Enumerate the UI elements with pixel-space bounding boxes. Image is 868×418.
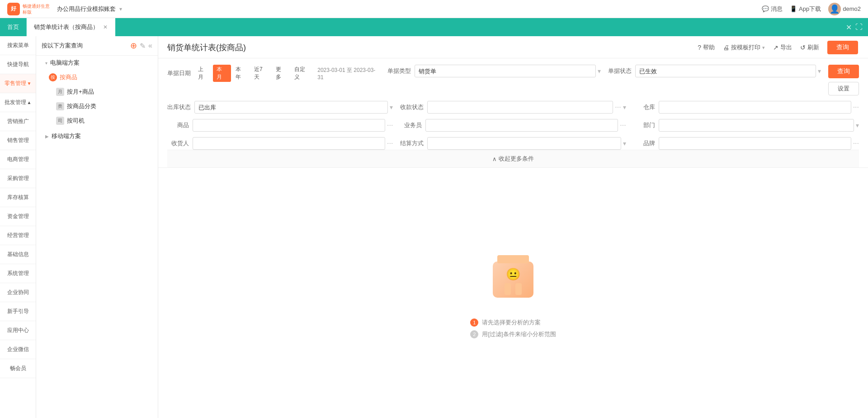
sidebar-item-purchase[interactable]: 采购管理 [0,169,36,188]
message-button[interactable]: 💬 消息 [762,5,783,13]
tree-label-desktop: 电脑端方案 [50,59,80,67]
warehouse-dots[interactable]: ··· [853,103,859,111]
tree-item-mobile[interactable]: ▶ 移动端方案 [36,129,158,143]
collapse-button[interactable]: ∧ 收起更多条件 [487,153,539,165]
close-window-icon[interactable]: ✕ [846,23,852,32]
edit-scheme-button[interactable]: ✎ [140,42,146,50]
sidebar-item-wholesale[interactable]: 批发管理 ▲ [0,93,36,112]
help-icon: ? [698,44,701,51]
sidebar-item-operations[interactable]: 经营管理 [0,226,36,245]
payment-dots[interactable]: ··· [615,103,621,111]
doc-status-label: 单据状态 [608,67,635,75]
query-submit-button[interactable]: 查询 [828,65,859,78]
tree-item-by-driver[interactable]: 司 按司机 [36,114,158,128]
tree-item-by-month-goods[interactable]: 月 按月+商品 [36,85,158,99]
sidebar-item-quick-nav[interactable]: 快捷导航 [0,55,36,74]
settlement-chevron[interactable]: ▾ [623,140,626,147]
empty-leg-left [505,283,511,295]
print-label: 按模板打印 [731,43,760,52]
tab-close-icon[interactable]: ✕ [103,24,108,30]
export-button[interactable]: ↗ 导出 [769,42,796,53]
storage-status-select[interactable]: 已出库 [194,101,388,114]
recipient-input[interactable] [193,137,385,150]
tree-item-by-category[interactable]: 类 按商品分类 [36,99,158,114]
add-scheme-button[interactable]: ⊕ [130,41,137,51]
sidebar-item-corp-wechat[interactable]: 企业微信 [0,340,36,359]
brand-dots[interactable]: ··· [853,139,859,147]
settlement-filter: 结算方式 ▾ [400,137,626,150]
export-icon: ↗ [773,44,778,51]
sidebar-item-inventory[interactable]: 库存核算 [0,188,36,207]
message-label: 消息 [771,5,783,13]
sidebar-item-ecommerce[interactable]: 电商管理 [0,150,36,169]
sidebar-item-appcenter[interactable]: 应用中心 [0,321,36,340]
storage-chevron[interactable]: ▾ [390,104,393,111]
date-tab-this-year[interactable]: 本年 [232,65,250,82]
brand-input[interactable] [659,137,851,150]
logo-text: 畅捷通好生意 标版 [23,3,50,15]
set-button[interactable]: 设置 [828,82,859,95]
topbar: 好 畅捷通好生意 标版 办公用品行业模拟账套 ▾ 💬 消息 📱 App下载 👤 … [0,0,868,18]
sidebar-item-member[interactable]: 畅会员 [0,359,36,378]
date-tab-custom[interactable]: 自定义 [291,65,314,82]
user-profile[interactable]: 👤 demo2 [828,3,861,15]
header-actions: ? 帮助 🖨 按模板打印 ▾ ↗ 导出 ↺ 刷新 [694,41,859,54]
date-tab-this-month[interactable]: 本月 [213,65,231,82]
maximize-icon[interactable]: ⛶ [855,23,863,31]
tab-actions: ✕ ⛶ [840,23,868,32]
dept-select[interactable] [659,119,854,132]
sidebar-item-sales-mgmt[interactable]: 销售管理 [0,131,36,150]
tab-sales-stats[interactable]: 销货单统计表（按商品） ✕ [27,18,115,36]
storage-status-label: 出库状态 [167,103,194,111]
tab-home[interactable]: 首页 [0,18,27,36]
refresh-button[interactable]: ↺ 刷新 [797,42,823,53]
date-tab-last-month[interactable]: 上月 [194,65,212,82]
tree-label-by-goods: 按商品 [60,73,77,81]
left-panel-actions: ⊕ ✎ « [130,41,152,51]
doc-type-chevron[interactable]: ▾ [598,67,601,75]
salesperson-dots[interactable]: ··· [620,121,626,129]
tree-label-mobile: 移动端方案 [52,132,81,140]
print-button[interactable]: 🖨 按模板打印 ▾ [719,42,769,53]
settlement-select[interactable] [427,137,621,150]
salesperson-input[interactable] [425,119,618,132]
tree-item-by-goods[interactable]: 按 按商品 [36,70,158,85]
sidebar-item-system[interactable]: 系统管理 [0,264,36,283]
goods-dots[interactable]: ··· [387,121,393,129]
print-dropdown-icon[interactable]: ▾ [762,45,765,51]
sidebar-item-basic-info[interactable]: 基础信息 [0,245,36,264]
export-label: 导出 [780,43,792,52]
sidebar-item-finance[interactable]: 资金管理 [0,207,36,226]
doc-type-select[interactable]: 销货单 [415,65,595,77]
tree-label-month-goods: 按月+商品 [67,88,94,96]
warehouse-input[interactable] [659,101,851,114]
brand-label: 品牌 [633,139,659,147]
recipient-dots[interactable]: ··· [387,139,393,147]
print-icon: 🖨 [723,44,729,51]
sidebar-item-search[interactable]: 搜索菜单 [0,36,36,55]
date-tab-last-7-days[interactable]: 近7天 [250,65,271,82]
dept-chevron[interactable]: ▾ [856,122,859,129]
doc-status-chevron[interactable]: ▾ [818,67,821,75]
sidebar-item-enterprise[interactable]: 企业协同 [0,283,36,302]
doc-status-select[interactable]: 已生效 [635,65,816,77]
system-dropdown-icon[interactable]: ▾ [119,6,122,12]
query-button[interactable]: 查询 [827,41,858,54]
sidebar-item-retail[interactable]: 零售管理 ▼ [0,74,36,93]
goods-input[interactable] [193,119,385,132]
sidebar-item-newuser[interactable]: 新手引导 [0,302,36,321]
payment-status-input[interactable] [427,101,613,114]
tree-item-desktop[interactable]: ▾ 电脑端方案 [36,56,158,70]
storage-status-select-wrap: 已出库 [194,101,388,114]
warehouse-filter: 仓库 ··· [633,101,859,114]
tree-icon-month-goods: 月 [56,88,64,96]
salesperson-filter: 业务员 ··· [400,119,626,132]
app-download-button[interactable]: 📱 App下载 [790,5,821,13]
date-tab-more[interactable]: 更多 [272,65,290,82]
goods-filter: 商品 ··· [167,119,393,132]
help-button[interactable]: ? 帮助 [694,42,718,53]
payment-chevron[interactable]: ▾ [623,104,626,111]
sidebar-item-marketing[interactable]: 营销推广 [0,112,36,131]
collapse-panel-button[interactable]: « [148,42,152,50]
help-label: 帮助 [703,43,715,52]
